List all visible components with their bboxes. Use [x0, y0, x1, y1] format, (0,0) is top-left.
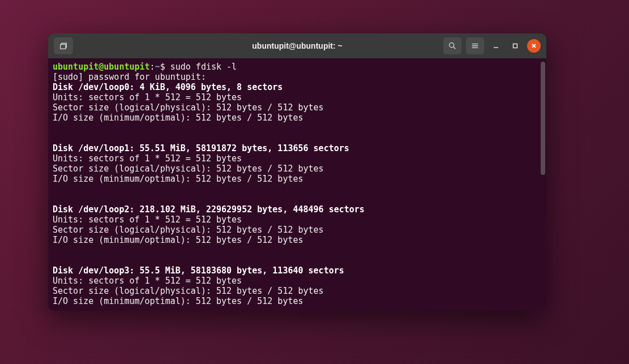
titlebar[interactable]: ubuntupit@ubuntupit: ~: [48, 33, 546, 58]
new-tab-button[interactable]: [54, 37, 73, 54]
scrollbar-thumb[interactable]: [541, 62, 545, 175]
svg-line-2: [453, 47, 455, 49]
disk-sector: Sector size (logical/physical): 512 byte…: [53, 102, 542, 113]
disk-header: Disk /dev/loop0: 4 KiB, 4096 bytes, 8 se…: [53, 82, 542, 92]
disk-io: I/O size (minimum/optimal): 512 bytes / …: [53, 235, 542, 245]
disk-header: Disk /dev/loop2: 218.102 MiB, 229629952 …: [53, 204, 542, 215]
titlebar-right-group: [443, 37, 541, 54]
blank-line: [53, 255, 542, 265]
disk-sector: Sector size (logical/physical): 512 byte…: [53, 164, 542, 174]
disk-sector: Sector size (logical/physical): 512 byte…: [53, 225, 542, 235]
menu-button[interactable]: [466, 37, 484, 54]
window-title: ubuntupit@ubuntupit: ~: [252, 41, 342, 50]
svg-rect-7: [514, 44, 517, 48]
svg-rect-0: [61, 44, 66, 49]
disk-header: Disk /dev/loop3: 55.5 MiB, 58183680 byte…: [53, 265, 542, 276]
terminal-content[interactable]: ubuntupit@ubuntupit:~$ sudo fdisk -l [su…: [48, 58, 546, 311]
close-button[interactable]: [527, 39, 541, 53]
minimize-icon: [493, 42, 499, 49]
blank-line: [53, 184, 542, 194]
disk-sector: Sector size (logical/physical): 512 byte…: [53, 286, 542, 296]
prompt-colon: :: [150, 62, 155, 72]
search-icon: [448, 41, 457, 50]
disk-units: Units: sectors of 1 * 512 = 512 bytes: [53, 92, 542, 102]
disk-io: I/O size (minimum/optimal): 512 bytes / …: [53, 296, 542, 306]
new-tab-icon: [59, 41, 68, 50]
disk-header: Disk /dev/loop1: 55.51 MiB, 58191872 byt…: [53, 143, 542, 153]
command-text: sudo fdisk -l: [170, 62, 237, 72]
disk-units: Units: sectors of 1 * 512 = 512 bytes: [53, 276, 542, 286]
terminal-window: ubuntupit@ubuntupit: ~: [48, 33, 546, 311]
blank-line: [53, 194, 542, 204]
prompt-user-host: ubuntupit@ubuntupit: [53, 62, 150, 72]
blank-line: [53, 123, 542, 133]
search-button[interactable]: [443, 37, 461, 54]
svg-point-1: [450, 43, 454, 48]
prompt-dollar: $: [160, 62, 170, 72]
prompt-line: ubuntupit@ubuntupit:~$ sudo fdisk -l: [53, 62, 542, 72]
blank-line: [53, 245, 542, 255]
prompt-path: ~: [155, 62, 160, 72]
maximize-button[interactable]: [508, 38, 523, 53]
maximize-icon: [512, 42, 519, 49]
minimize-button[interactable]: [489, 38, 503, 53]
disk-io: I/O size (minimum/optimal): 512 bytes / …: [53, 174, 542, 184]
close-icon: [530, 42, 537, 49]
disk-io: I/O size (minimum/optimal): 512 bytes / …: [53, 113, 542, 123]
hamburger-icon: [470, 41, 480, 50]
disk-units: Units: sectors of 1 * 512 = 512 bytes: [53, 153, 542, 164]
disk-units: Units: sectors of 1 * 512 = 512 bytes: [53, 215, 542, 225]
blank-line: [53, 133, 542, 143]
sudo-password-line: [sudo] password for ubuntupit:: [53, 72, 542, 82]
